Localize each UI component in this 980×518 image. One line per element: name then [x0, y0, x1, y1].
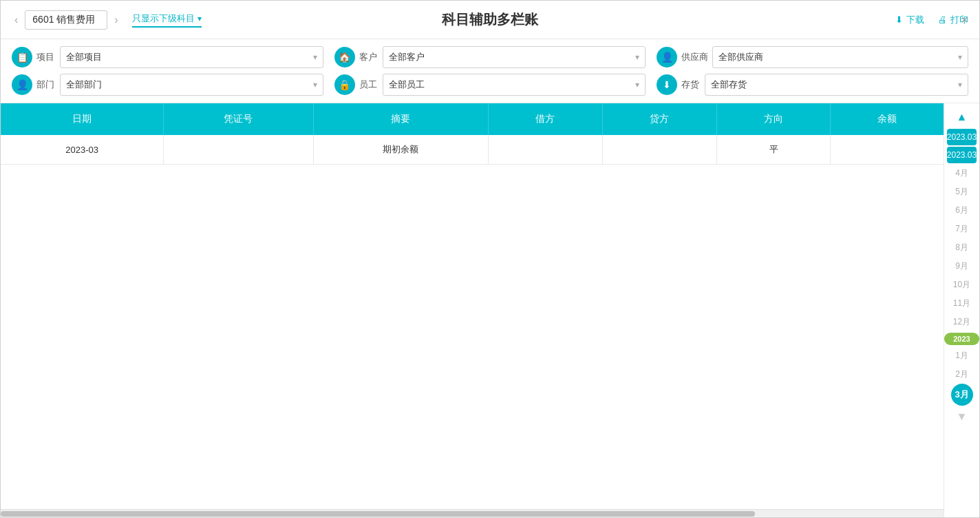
department-value: 全部部门 — [66, 79, 102, 91]
cell-summary: 期初余额 — [313, 135, 488, 165]
employee-dropdown-arrow: ▾ — [635, 80, 639, 90]
month-item-4[interactable]: 4月 — [944, 164, 979, 183]
col-credit: 贷方 — [602, 103, 716, 135]
col-balance: 余额 — [831, 103, 944, 135]
customer-dropdown-arrow: ▾ — [635, 52, 639, 62]
main-content: 日期 凭证号 摘要 借方 贷方 方向 余额 2023-03 期初余额 — [1, 103, 979, 517]
supplier-value: 全部供应商 — [718, 51, 763, 63]
month-item-11[interactable]: 11月 — [944, 294, 979, 313]
col-summary: 摘要 — [313, 103, 488, 135]
main-window: ‹ 6601 销售费用 › 只显示下级科目 ▾ 科目辅助多栏账 ⬇ 下载 🖨 打… — [0, 0, 980, 518]
table-header-row: 日期 凭证号 摘要 借方 贷方 方向 余额 — [1, 103, 944, 135]
filter-row-1: 📋 项目 全部项目 ▾ 🏠 客户 全部客户 ▾ 👤 供应商 全部供应 — [12, 46, 968, 68]
download-button[interactable]: ⬇ 下载 — [895, 14, 924, 26]
month-item-8[interactable]: 8月 — [944, 238, 979, 257]
title-actions: ⬇ 下载 🖨 打印 × — [895, 14, 968, 26]
table-spacer — [1, 165, 944, 509]
employee-icon: 🔒 — [334, 74, 355, 95]
table-row: 2023-03 期初余额 平 — [1, 135, 944, 165]
customer-label: 客户 — [359, 51, 379, 63]
month-item-2[interactable]: 2月 — [944, 365, 979, 384]
scrollbar-thumb[interactable] — [1, 511, 755, 517]
cell-credit — [602, 135, 716, 165]
year-badge-2023[interactable]: 2023 — [944, 333, 979, 345]
download-icon: ⬇ — [895, 14, 903, 25]
employee-value: 全部员工 — [389, 79, 425, 91]
filter-employee: 🔒 员工 全部员工 ▾ — [334, 74, 646, 96]
filter-row-2: 👤 部门 全部部门 ▾ 🔒 员工 全部员工 ▾ ⬇ 存货 全部存货 — [12, 74, 968, 96]
sidebar-scroll-down[interactable]: ▼ — [952, 407, 972, 426]
department-icon: 👤 — [12, 74, 32, 95]
customer-value: 全部客户 — [389, 51, 425, 63]
month-item-1[interactable]: 1月 — [944, 346, 979, 365]
customer-icon: 🏠 — [334, 47, 355, 68]
inventory-select[interactable]: 全部存货 ▾ — [705, 74, 968, 96]
inventory-icon: ⬇ — [657, 74, 677, 95]
inventory-dropdown-arrow: ▾ — [958, 80, 962, 90]
nav-account: ‹ 6601 销售费用 › — [12, 10, 121, 30]
filter-bar: 📋 项目 全部项目 ▾ 🏠 客户 全部客户 ▾ 👤 供应商 全部供应 — [1, 39, 979, 103]
cell-debit — [488, 135, 602, 165]
col-voucher: 凭证号 — [164, 103, 313, 135]
department-label: 部门 — [36, 79, 56, 91]
right-sidebar: ▲ 2023.03 2023.03 4月 5月 6月 7月 8月 9月 10月 … — [944, 103, 979, 517]
cell-voucher — [164, 135, 313, 165]
prev-account-button[interactable]: ‹ — [12, 11, 21, 29]
horizontal-scrollbar[interactable] — [1, 509, 944, 517]
show-sub-label: 只显示下级科目 — [132, 12, 195, 25]
table-area: 日期 凭证号 摘要 借方 贷方 方向 余额 2023-03 期初余额 — [1, 103, 944, 517]
project-select[interactable]: 全部项目 ▾ — [60, 46, 323, 68]
month-item-2023-03-2[interactable]: 2023.03 — [947, 147, 977, 163]
supplier-icon: 👤 — [657, 47, 677, 68]
cell-direction: 平 — [716, 135, 831, 165]
filter-customer: 🏠 客户 全部客户 ▾ — [334, 46, 646, 68]
month-item-5[interactable]: 5月 — [944, 183, 979, 201]
project-label: 项目 — [36, 51, 56, 63]
close-button[interactable]: × — [961, 12, 968, 27]
month-item-7[interactable]: 7月 — [944, 220, 979, 238]
department-dropdown-arrow: ▾ — [313, 80, 317, 90]
month-item-9[interactable]: 9月 — [944, 257, 979, 276]
data-table: 日期 凭证号 摘要 借方 贷方 方向 余额 2023-03 期初余额 — [1, 103, 944, 165]
page-title: 科目辅助多栏账 — [442, 10, 538, 29]
inventory-value: 全部存货 — [711, 79, 747, 91]
supplier-select[interactable]: 全部供应商 ▾ — [712, 46, 968, 68]
month-item-10[interactable]: 10月 — [944, 276, 979, 294]
account-name: 6601 销售费用 — [25, 10, 107, 30]
print-icon: 🖨 — [938, 14, 947, 25]
employee-label: 员工 — [359, 79, 379, 91]
filter-project: 📋 项目 全部项目 ▾ — [12, 46, 323, 68]
supplier-label: 供应商 — [681, 51, 708, 63]
project-dropdown-arrow: ▾ — [313, 52, 317, 62]
cell-date: 2023-03 — [1, 135, 164, 165]
inventory-label: 存货 — [681, 79, 701, 91]
next-account-button[interactable]: › — [111, 11, 120, 29]
filter-inventory: ⬇ 存货 全部存货 ▾ — [657, 74, 968, 96]
cell-balance — [831, 135, 944, 165]
month-item-6[interactable]: 6月 — [944, 201, 979, 220]
customer-select[interactable]: 全部客户 ▾ — [383, 46, 646, 68]
month-item-12[interactable]: 12月 — [944, 313, 979, 331]
filter-department: 👤 部门 全部部门 ▾ — [12, 74, 323, 96]
department-select[interactable]: 全部部门 ▾ — [60, 74, 323, 96]
month-item-3-current[interactable]: 3月 — [951, 384, 973, 406]
col-direction: 方向 — [716, 103, 831, 135]
supplier-dropdown-arrow: ▾ — [958, 52, 962, 62]
show-sub-arrow: ▾ — [198, 14, 202, 23]
filter-supplier: 👤 供应商 全部供应商 ▾ — [657, 46, 968, 68]
employee-select[interactable]: 全部员工 ▾ — [383, 74, 646, 96]
project-icon: 📋 — [12, 47, 32, 68]
title-bar: ‹ 6601 销售费用 › 只显示下级科目 ▾ 科目辅助多栏账 ⬇ 下载 🖨 打… — [1, 1, 979, 39]
project-value: 全部项目 — [66, 51, 102, 63]
show-sub-toggle[interactable]: 只显示下级科目 ▾ — [132, 12, 202, 28]
download-label: 下载 — [906, 14, 924, 26]
col-date: 日期 — [1, 103, 164, 135]
month-item-2023-03-top[interactable]: 2023.03 — [947, 129, 977, 145]
col-debit: 借方 — [488, 103, 602, 135]
sidebar-scroll-up[interactable]: ▲ — [952, 107, 972, 127]
